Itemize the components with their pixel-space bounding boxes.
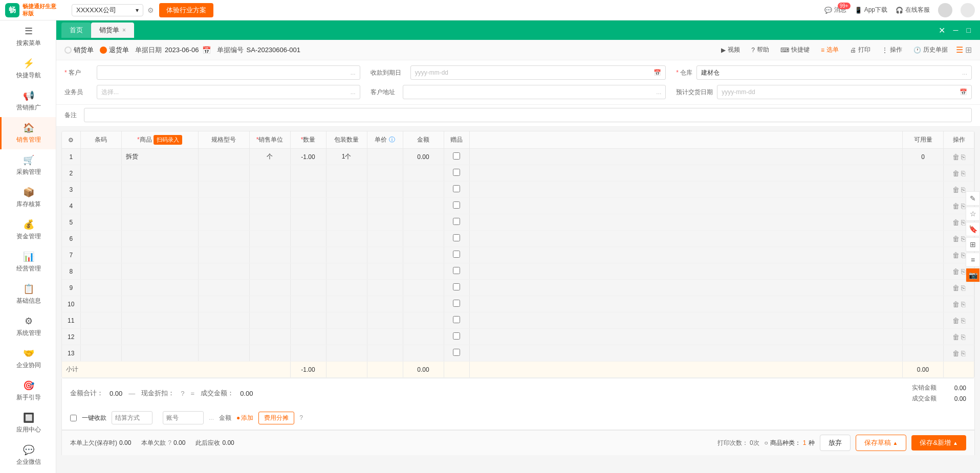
td-product-13[interactable] (121, 345, 198, 362)
td-barcode-8[interactable] (80, 263, 121, 280)
td-amount-12[interactable] (403, 329, 444, 345)
app-download-btn[interactable]: 📱 App下载 (855, 6, 887, 14)
expense-help-icon[interactable]: ? (299, 414, 303, 421)
radio-sales-order[interactable]: 销货单 (64, 46, 94, 55)
sidebar-item-app-center[interactable]: 🔲 应用中心 (0, 407, 56, 439)
sidebar-item-sales[interactable]: 🏠 销售管理 (0, 117, 56, 149)
td-spec-6[interactable] (198, 231, 249, 247)
td-qty-9[interactable] (290, 280, 326, 296)
td-unit-13[interactable] (249, 345, 290, 362)
shortcuts-btn[interactable]: ⌨ 快捷键 (777, 44, 813, 56)
td-unit-5[interactable] (249, 214, 290, 231)
help-btn[interactable]: ? 帮助 (748, 44, 772, 56)
td-pack-qty-8[interactable] (326, 263, 367, 280)
td-product-2[interactable] (121, 165, 198, 182)
copy-row-icon-1[interactable]: ⎘ (961, 153, 965, 161)
td-spec-5[interactable] (198, 214, 249, 231)
td-amount-13[interactable] (403, 345, 444, 362)
td-spec-8[interactable] (198, 263, 249, 280)
th-settings[interactable]: ⚙ (62, 131, 80, 149)
td-product-10[interactable] (121, 296, 198, 312)
float-camera-btn[interactable]: 📷 (966, 268, 980, 282)
copy-row-icon-8[interactable]: ⎘ (961, 267, 965, 276)
td-amount-10[interactable] (403, 296, 444, 312)
td-amount-4[interactable] (403, 198, 444, 214)
copy-row-icon-4[interactable]: ⎘ (961, 202, 965, 210)
select-btn[interactable]: ≡ 选单 (818, 44, 842, 56)
sidebar-item-finance[interactable]: 💰 资金管理 (0, 214, 56, 246)
td-unit-12[interactable] (249, 329, 290, 345)
td-price-7[interactable] (367, 247, 403, 263)
sidebar-item-search[interactable]: ☰ 搜索菜单 (0, 20, 56, 53)
td-amount-2[interactable] (403, 165, 444, 182)
td-spec-12[interactable] (198, 329, 249, 345)
td-product-12[interactable] (121, 329, 198, 345)
customer-input[interactable]: ... (97, 65, 360, 80)
td-product-9[interactable] (121, 280, 198, 296)
cash-discount-help-icon[interactable]: ? (181, 390, 184, 397)
td-price-8[interactable] (367, 263, 403, 280)
td-amount-1[interactable]: 0.00 (403, 149, 444, 165)
td-barcode-5[interactable] (80, 214, 121, 231)
sidebar-item-system[interactable]: ⚙ 系统管理 (0, 310, 56, 343)
sidebar-item-purchase[interactable]: 🛒 采购管理 (0, 149, 56, 182)
delete-row-icon-3[interactable]: 🗑 (952, 186, 960, 194)
td-amount-6[interactable] (403, 231, 444, 247)
td-spec-9[interactable] (198, 280, 249, 296)
td-gift-8[interactable] (444, 263, 469, 280)
history-btn[interactable]: 🕐 历史单据 (910, 44, 951, 56)
delete-row-icon-9[interactable]: 🗑 (952, 284, 960, 292)
td-gift-12[interactable] (444, 329, 469, 345)
td-spec-3[interactable] (198, 182, 249, 198)
td-amount-3[interactable] (403, 182, 444, 198)
td-price-12[interactable] (367, 329, 403, 345)
td-spec-13[interactable] (198, 345, 249, 362)
delete-row-icon-5[interactable]: 🗑 (952, 218, 960, 227)
due-date-input[interactable]: yyyy-mm-dd 📅 (410, 65, 666, 80)
td-pack-qty-11[interactable] (326, 312, 367, 329)
td-gift-9[interactable] (444, 280, 469, 296)
td-product-8[interactable] (121, 263, 198, 280)
td-price-1[interactable] (367, 149, 403, 165)
expense-split-btn[interactable]: 费用分摊 (258, 412, 294, 424)
td-pack-qty-1[interactable]: 1个 (326, 149, 367, 165)
td-product-4[interactable] (121, 198, 198, 214)
tab-close-icon[interactable]: × (122, 27, 126, 34)
td-barcode-1[interactable] (80, 149, 121, 165)
td-product-1[interactable]: 拆货 (121, 149, 198, 165)
copy-row-icon-2[interactable]: ⎘ (961, 169, 965, 177)
float-bookmark-btn[interactable]: 🔖 (966, 222, 980, 236)
td-product-7[interactable] (121, 247, 198, 263)
td-spec-7[interactable] (198, 247, 249, 263)
td-price-6[interactable] (367, 231, 403, 247)
delete-row-icon-8[interactable]: 🗑 (952, 267, 960, 276)
save-new-btn[interactable]: 保存&新增 ▲ (911, 435, 966, 451)
td-price-2[interactable] (367, 165, 403, 182)
delete-row-icon-10[interactable]: 🗑 (952, 300, 960, 308)
td-amount-7[interactable] (403, 247, 444, 263)
td-pack-qty-10[interactable] (326, 296, 367, 312)
td-pack-qty-9[interactable] (326, 280, 367, 296)
video-btn[interactable]: ▶ 视频 (718, 44, 743, 56)
scan-button[interactable]: 扫码录入 (154, 135, 182, 145)
message-btn[interactable]: 💬 消息 99+ (824, 6, 846, 14)
online-support-btn[interactable]: 🎧 在线客服 (896, 6, 930, 14)
copy-row-icon-12[interactable]: ⎘ (961, 333, 965, 341)
td-price-5[interactable] (367, 214, 403, 231)
maximize-icon[interactable]: □ (963, 26, 975, 34)
td-qty-3[interactable] (290, 182, 326, 198)
td-price-11[interactable] (367, 312, 403, 329)
td-gift-13[interactable] (444, 345, 469, 362)
td-price-4[interactable] (367, 198, 403, 214)
td-qty-1[interactable]: -1.00 (290, 149, 326, 165)
td-gift-6[interactable] (444, 231, 469, 247)
td-pack-qty-2[interactable] (326, 165, 367, 182)
debit-help-icon[interactable]: ? (168, 439, 171, 446)
copy-row-icon-5[interactable]: ⎘ (961, 218, 965, 227)
td-qty-2[interactable] (290, 165, 326, 182)
company-selector[interactable]: XXXXXX公司 ▾ (72, 4, 143, 16)
delete-row-icon-7[interactable]: 🗑 (952, 251, 960, 259)
td-amount-9[interactable] (403, 280, 444, 296)
td-pack-qty-12[interactable] (326, 329, 367, 345)
salesperson-input[interactable]: 选择... ... (97, 85, 360, 99)
